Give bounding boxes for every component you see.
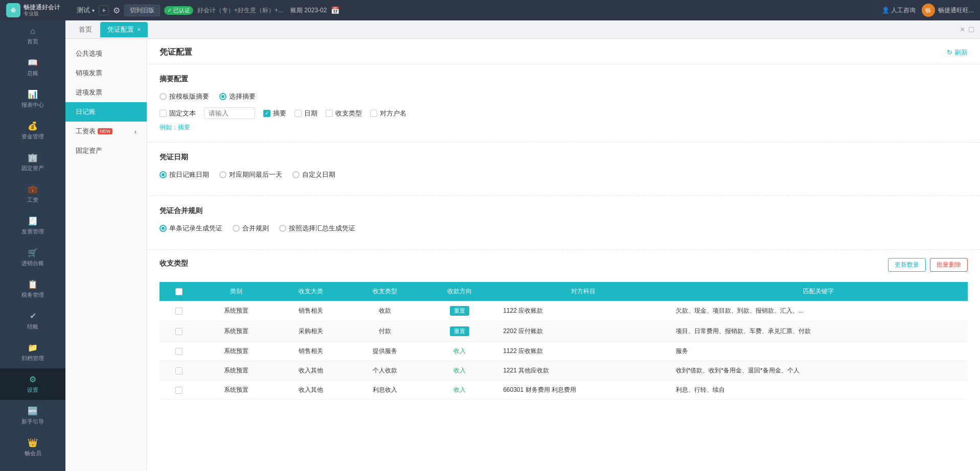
sidebar-item-member[interactable]: 👑 畅会员 [0,432,65,463]
tax-icon: 📋 [28,279,38,289]
merge-radio-summary[interactable]: 按照选择汇总生成凭证 [279,224,355,233]
archive-icon: 📁 [28,343,38,352]
batch-delete-button[interactable]: 批量删除 [930,258,968,272]
income-type-section: 收支类型 更新数量 批量删除 类别 [147,250,980,408]
left-nav-diary[interactable]: 日记账 [65,102,147,122]
summary-radio-template[interactable]: 按模板版摘要 [159,92,209,101]
checkbox-party[interactable]: 对方户名 [370,109,406,118]
consult-icon: 👤 [882,7,890,14]
settings-icon[interactable]: ⚙ [113,6,120,15]
maximize-icon[interactable]: □ [969,25,974,34]
nav-test[interactable]: 测试 ▾ [77,6,95,15]
page-title: 凭证配置 [159,47,192,58]
merge-rules-title: 凭证合并规则 [159,206,968,216]
summary-config-section: 摘要配置 按模板版摘要 选择摘要 [147,64,980,143]
checkbox-summary[interactable]: ✓ 摘要 [263,109,286,118]
reset-button[interactable]: 重置 [450,306,469,316]
merge-radio-group: 单条记录生成凭证 合并规则 按照选择汇总生成凭证 [159,224,968,233]
sidebar-item-funds[interactable]: 💰 资金管理 [0,115,65,147]
assets-icon: 🏢 [28,153,38,162]
date-radio-custom[interactable]: 自定义日期 [292,170,335,179]
checkbox-type[interactable]: 收支类型 [326,109,362,118]
tab-close-icon[interactable]: × [137,26,141,33]
radio-circle-single [159,225,167,232]
row-checkbox[interactable] [175,367,183,374]
col-subject: 对方科目 [497,282,670,301]
add-button[interactable]: + [99,5,109,15]
table-row: 系统预置 收入其他 个人收款 收入 1221 其他应收款 收到*借款、收到*备用… [159,361,968,381]
top-nav: 测试 ▾ + ⚙ 切到旧版 已认证 好会计（专）+好生意（标）+... 账期 2… [77,5,877,16]
checkbox-box-type [326,110,333,117]
col-checkbox [159,282,199,301]
row-checkbox[interactable] [175,328,183,335]
sidebar-item-salary[interactable]: 💼 工资 [0,178,65,210]
tab-bar: 首页 凭证配置 × × □ [65,20,980,39]
funds-icon: 💰 [28,121,38,131]
tab-actions: × □ [960,25,974,34]
checkbox-row: 固定文本 ✓ 摘要 日期 收支类型 [159,107,968,119]
col-keywords: 匹配关键字 [670,282,968,301]
income-type-table: 类别 收支大类 收支类型 收款方向 对方科目 匹配关键字 系统 [159,282,968,400]
tab-home[interactable]: 首页 [72,22,99,37]
sidebar-item-reports[interactable]: 📊 报表中心 [0,83,65,115]
row-checkbox[interactable] [175,308,183,315]
ledger-icon: 📖 [28,58,38,67]
reset-button[interactable]: 重置 [450,326,469,336]
col-big-type: 收支大类 [274,282,348,301]
invoice-icon: 🧾 [28,216,38,226]
col-type: 收支类型 [348,282,423,301]
date-radio-last[interactable]: 对应期间最后一天 [219,170,282,179]
left-nav-fixedassets[interactable]: 固定资产 [65,141,147,160]
update-count-button[interactable]: 更新数量 [888,258,926,272]
fixed-text-input[interactable] [204,107,255,119]
avatar: 畅 [922,4,935,17]
calendar-icon[interactable]: 📅 [331,6,339,14]
table-row: 系统预置 收入其他 利息收入 收入 660301 财务费用 利息费用 利息、行转… [159,381,968,400]
checkbox-box [159,110,167,117]
merge-radio-single[interactable]: 单条记录生成凭证 [159,224,222,233]
sidebar-item-newguide[interactable]: 🆕 新手引导 [0,400,65,432]
sidebar-item-tax[interactable]: 📋 税务管理 [0,273,65,305]
checkbox-box-checked: ✓ [263,110,270,117]
summary-radio-select[interactable]: 选择摘要 [219,92,256,101]
date-radio-diary[interactable]: 按日记账日期 [159,170,209,179]
left-nav-sales[interactable]: 销项发票 [65,63,147,83]
select-all-checkbox[interactable] [175,288,183,295]
date-radio-group: 按日记账日期 对应期间最后一天 自定义日期 [159,170,968,179]
sidebar-item-ledger[interactable]: 📖 总账 [0,52,65,83]
example-text: 例如：摘要 [159,123,968,132]
sidebar: ⌂ 首页 📖 总账 📊 报表中心 💰 资金管理 🏢 固定资产 💼 工资 🧾 发票… [0,20,65,471]
col-category: 类别 [199,282,274,301]
user-info[interactable]: 畅 畅捷通旺旺... [922,4,974,17]
sidebar-item-assets[interactable]: 🏢 固定资产 [0,147,65,178]
consult-link[interactable]: 👤 人工咨询 [882,6,916,15]
sidebar-item-invoice[interactable]: 🧾 发票管理 [0,210,65,242]
left-nav-salary[interactable]: 工资表 NEW › [65,122,147,141]
refresh-button[interactable]: ↻ 刷新 [947,48,968,57]
left-nav-public[interactable]: 公共选项 [65,44,147,63]
tab-voucher-config[interactable]: 凭证配置 × [100,22,148,37]
checkbox-fixed-text[interactable]: 固定文本 [159,109,196,118]
row-checkbox[interactable] [175,387,183,394]
sidebar-item-home[interactable]: ⌂ 首页 [0,20,65,52]
summary-config-title: 摘要配置 [159,75,968,84]
switch-version-button[interactable]: 切到旧版 [124,5,160,16]
left-nav-purchase-invoice[interactable]: 进项发票 [65,83,147,102]
logo: 会 畅捷通好会计 专业版 [6,3,72,17]
sidebar-item-settle[interactable]: ✔ 结账 [0,305,65,337]
close-window-icon[interactable]: × [960,25,965,34]
merge-radio-rules[interactable]: 合并规则 [233,224,269,233]
radio-circle-diary [159,171,167,178]
sidebar-item-archive[interactable]: 📁 归档管理 [0,337,65,368]
logo-icon: 会 [6,3,20,17]
sidebar-item-settings[interactable]: ⚙ 设置 [0,368,65,400]
main-layout: ⌂ 首页 📖 总账 📊 报表中心 💰 资金管理 🏢 固定资产 💼 工资 🧾 发票… [0,20,980,471]
row-checkbox[interactable] [175,348,183,355]
checkbox-date[interactable]: 日期 [294,109,317,118]
sidebar-item-purchase[interactable]: 🛒 进销台账 [0,242,65,273]
voucher-date-title: 凭证日期 [159,153,968,162]
top-right: 👤 人工咨询 畅 畅捷通旺旺... [882,4,974,17]
income-type-title: 收支类型 [159,259,188,268]
page-content: 公共选项 销项发票 进项发票 日记账 工资表 NEW › 固定资产 凭证配置 ↻ [65,39,980,471]
merge-rules-section: 凭证合并规则 单条记录生成凭证 合并规则 按照选择汇总生成凭证 [147,196,980,250]
